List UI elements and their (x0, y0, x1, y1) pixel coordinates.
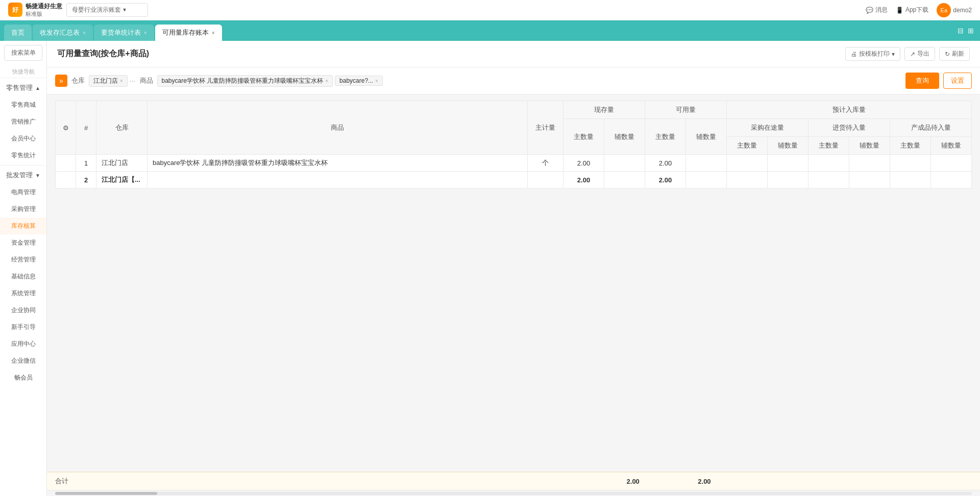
table-footer: 合计 2.00 2.00 (47, 471, 980, 490)
footer-avail-main: 2.00 (687, 478, 722, 485)
th-incoming-main: 主数量 (808, 137, 849, 155)
th-incoming-group: 进货待入量 (808, 119, 890, 137)
chevron-icon-2: ▼ (35, 173, 40, 178)
sidebar-item-finance[interactable]: 资金管理 (0, 234, 46, 251)
cell-incoming-main-2 (808, 172, 849, 188)
logo-area: 好 畅捷通好生意 标准版 (8, 3, 62, 18)
minimize-icon[interactable]: ⊟ (958, 27, 964, 35)
product-tag-2[interactable]: babycare?... × (335, 76, 383, 86)
close-receipts-tab[interactable]: × (83, 30, 86, 36)
cell-avail-main-1: 2.00 (645, 155, 686, 172)
cell-stock-aux-2 (604, 172, 645, 188)
footer-values: 2.00 2.00 (116, 478, 972, 485)
chevron-icon: ▲ (35, 85, 40, 91)
warehouse-filter-tags: 江北门店 × ··· (89, 75, 136, 87)
filter-buttons: 查询 设置 (905, 73, 972, 89)
tab-home[interactable]: 首页 (4, 25, 32, 41)
footer-production-main (900, 478, 936, 485)
data-table: ⚙ # 仓库 商品 主计量 现存量 可用量 预计入库量 主数量 辅数量 主数量 … (55, 101, 972, 188)
warehouse-more-icon[interactable]: ··· (130, 77, 136, 85)
tab-bar-actions: ⊟ ⊞ (958, 27, 974, 35)
maximize-icon[interactable]: ⊞ (968, 27, 974, 35)
sidebar-divider-1 (0, 78, 46, 78)
th-forecast-group: 预计入库量 (727, 101, 972, 119)
footer-incoming-main (829, 478, 865, 485)
sidebar-divider-2 (0, 165, 46, 166)
app-download-button[interactable]: 📱 App下载 (896, 6, 928, 14)
th-production-aux: 辅数量 (931, 137, 972, 155)
sidebar-item-wholesale[interactable]: 批发管理 ▼ (0, 167, 46, 184)
cell-stock-main-1: 2.00 (564, 155, 604, 172)
cell-purchase-aux-2 (768, 172, 808, 188)
close-orders-tab[interactable]: × (144, 30, 147, 36)
th-unit: 主计量 (528, 101, 564, 155)
remove-product-tag-2[interactable]: × (375, 78, 378, 84)
query-button[interactable]: 查询 (905, 73, 939, 89)
receipts-tab-label: 收发存汇总表 (40, 28, 80, 37)
cell-production-aux-2 (931, 172, 972, 188)
footer-incoming-aux (865, 478, 900, 485)
sidebar-item-operations[interactable]: 经营管理 (0, 251, 46, 268)
chevron-down-icon: ▾ (123, 6, 126, 13)
th-stock-aux: 辅数量 (604, 119, 645, 155)
page-title: 可用量查询(按仓库+商品) (57, 49, 149, 65)
print-button[interactable]: 🖨 按模板打印 ▾ (845, 47, 900, 61)
warehouse-tag[interactable]: 江北门店 × (89, 75, 128, 87)
tab-inventory[interactable]: 可用量库存账本 × (155, 25, 222, 41)
main-layout: 搜索菜单 快捷导航 零售管理 ▲ 零售商城 营销推广 会员中心 零售统计 批发管… (0, 41, 980, 496)
refresh-button[interactable]: ↻ 刷新 (939, 47, 970, 61)
search-menu-button[interactable]: 搜索菜单 (4, 45, 42, 61)
cell-settings-1 (56, 155, 76, 172)
footer-stock-main: 2.00 (615, 478, 651, 485)
footer-purchase-aux (794, 478, 829, 485)
horizontal-scrollbar[interactable] (55, 492, 972, 495)
sidebar-item-purchase[interactable]: 采购管理 (0, 201, 46, 218)
sidebar-item-vip[interactable]: 畅会员 (0, 369, 46, 386)
filter-toggle-button[interactable]: » (55, 75, 67, 87)
product-tag-1[interactable]: babycare学饮杯 儿童防摔防撞吸管杯重力球吸嘴杯宝宝水杯 × (157, 75, 333, 87)
th-avail-main: 主数量 (645, 119, 686, 155)
sidebar-item-system[interactable]: 系统管理 (0, 285, 46, 302)
sidebar-item-app-center[interactable]: 应用中心 (0, 336, 46, 352)
export-button[interactable]: ↗ 导出 (904, 47, 935, 61)
cell-purchase-main-2 (727, 172, 768, 188)
message-button[interactable]: 💬 消息 (866, 6, 888, 14)
footer-stock-aux (651, 478, 687, 485)
tab-receipts[interactable]: 收发存汇总表 × (33, 25, 93, 41)
th-stock-main: 主数量 (564, 119, 604, 155)
sidebar-item-inventory[interactable]: 库存核算 (0, 218, 46, 234)
sidebar-item-collab[interactable]: 企业协同 (0, 302, 46, 319)
tab-orders[interactable]: 要货单统计表 × (94, 25, 154, 41)
cell-stock-aux-1 (604, 155, 645, 172)
th-production-main: 主数量 (890, 137, 931, 155)
cell-avail-aux-1 (686, 155, 727, 172)
scrollbar-thumb[interactable] (55, 492, 157, 495)
sidebar-item-ecommerce[interactable]: 电商管理 (0, 184, 46, 201)
cell-purchase-aux-1 (768, 155, 808, 172)
product-label: 商品 (140, 76, 153, 85)
th-stock-group: 现存量 (564, 101, 645, 119)
remove-product-tag-1[interactable]: × (325, 78, 328, 84)
sidebar-item-wechat[interactable]: 企业微信 (0, 352, 46, 369)
settings-button[interactable]: 设置 (943, 73, 972, 89)
sidebar-item-retail-stats[interactable]: 零售统计 (0, 147, 46, 164)
close-inventory-tab[interactable]: × (212, 30, 215, 36)
home-tab-label: 首页 (11, 28, 24, 37)
remove-warehouse-tag[interactable]: × (120, 78, 123, 84)
sidebar-item-retail[interactable]: 零售管理 ▲ (0, 79, 46, 97)
sidebar-item-marketing[interactable]: 营销推广 (0, 113, 46, 130)
sidebar-item-members[interactable]: 会员中心 (0, 130, 46, 147)
sidebar-item-guide[interactable]: 新手引导 (0, 319, 46, 336)
th-settings[interactable]: ⚙ (56, 101, 76, 155)
message-icon: 💬 (866, 7, 873, 14)
sidebar-item-basic-info[interactable]: 基础信息 (0, 268, 46, 285)
th-purchase-main: 主数量 (727, 137, 768, 155)
sidebar: 搜索菜单 快捷导航 零售管理 ▲ 零售商城 营销推广 会员中心 零售统计 批发管… (0, 41, 47, 496)
cell-incoming-aux-1 (849, 155, 890, 172)
sidebar-item-retail-mall[interactable]: 零售商城 (0, 97, 46, 113)
sidebar-search: 搜索菜单 (0, 41, 46, 65)
download-icon: 📱 (896, 7, 903, 14)
industry-selector[interactable]: 母婴行业演示账套 ▾ (66, 3, 148, 17)
th-purchase-aux: 辅数量 (768, 137, 808, 155)
user-profile[interactable]: Ea demo2 (937, 3, 972, 17)
